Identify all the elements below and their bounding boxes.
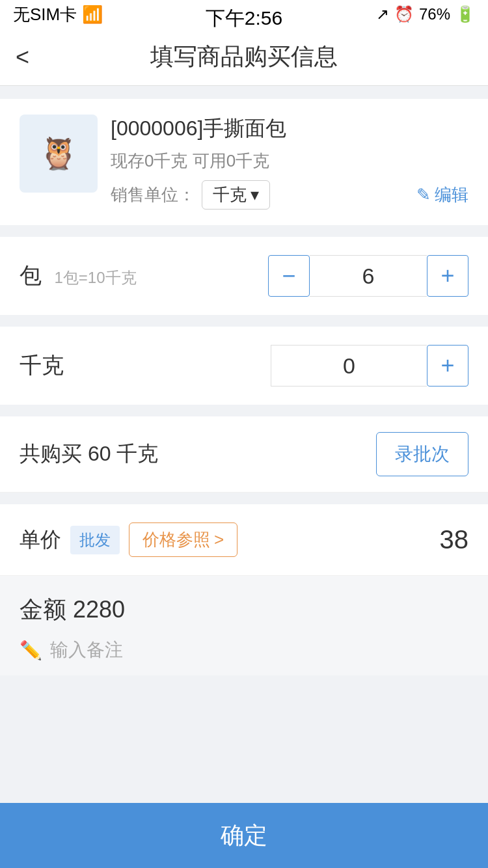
kg-input-section: 千克 +	[0, 327, 488, 405]
unit-label: 销售单位：	[111, 183, 195, 206]
bao-label-text: 包	[20, 263, 42, 288]
unit-select[interactable]: 千克 ▾	[202, 180, 270, 210]
nav-bar: < 填写商品购买信息	[0, 29, 488, 86]
total-section: 共购买 60 千克 录批次	[0, 416, 488, 493]
price-value: 38	[440, 525, 469, 554]
product-logo-icon: 🦉	[39, 135, 78, 172]
status-time: 下午2:56	[206, 5, 282, 32]
unit-chevron-icon: ▾	[251, 185, 259, 205]
bao-input-section: 包 1包=10千克 − +	[0, 237, 488, 315]
price-section: 单价 批发 价格参照 > 38	[0, 504, 488, 576]
status-right: ↗ ⏰ 76% 🔋	[376, 5, 475, 23]
note-placeholder: 输入备注	[50, 638, 123, 662]
edit-icon: ✎	[416, 185, 431, 205]
product-stock: 现存0千克 可用0千克	[111, 150, 468, 172]
battery-text: 76%	[419, 5, 450, 23]
confirm-button[interactable]: 确定	[0, 803, 488, 868]
amount-section: 金额 2280 ✏️ 输入备注	[0, 576, 488, 675]
bao-qty-input[interactable]	[310, 255, 427, 297]
total-text: 共购买 60 千克	[20, 440, 158, 468]
wifi-icon: 📶	[82, 5, 103, 25]
page-title: 填写商品购买信息	[150, 41, 338, 73]
batch-button[interactable]: 录批次	[376, 432, 468, 476]
price-ref-label: 价格参照	[142, 528, 210, 551]
product-section: 🦉 [0000006]手撕面包 现存0千克 可用0千克 销售单位： 千克 ▾ ✎…	[0, 99, 488, 225]
price-label: 单价	[20, 526, 61, 554]
kg-qty-input[interactable]	[271, 345, 427, 387]
bao-input-row: 包 1包=10千克 − +	[0, 237, 488, 315]
amount-label: 金额	[20, 596, 66, 623]
product-name: [0000006]手撕面包	[111, 115, 468, 143]
location-icon: ↗	[376, 5, 389, 23]
price-tag: 批发	[70, 526, 120, 554]
kg-plus-button[interactable]: +	[427, 345, 468, 387]
status-bar: 无SIM卡 📶 下午2:56 ↗ ⏰ 76% 🔋	[0, 0, 488, 29]
product-unit-row: 销售单位： 千克 ▾	[111, 180, 468, 210]
kg-input-row: 千克 +	[0, 327, 488, 405]
alarm-icon: ⏰	[394, 5, 414, 23]
kg-qty-control: +	[271, 345, 468, 387]
amount-number: 2280	[73, 596, 125, 623]
note-row[interactable]: ✏️ 输入备注	[20, 638, 468, 662]
bao-plus-button[interactable]: +	[427, 255, 468, 297]
unit-value: 千克	[213, 183, 247, 206]
product-image: 🦉	[20, 115, 98, 193]
carrier-text: 无SIM卡	[13, 3, 77, 26]
edit-button[interactable]: ✎ 编辑	[416, 183, 468, 206]
price-ref-chevron-icon: >	[214, 530, 224, 550]
bao-hint: 1包=10千克	[54, 269, 136, 286]
bao-label: 包 1包=10千克	[20, 261, 268, 291]
price-ref-button[interactable]: 价格参照 >	[129, 522, 237, 557]
battery-icon: 🔋	[455, 5, 475, 23]
status-left: 无SIM卡 📶	[13, 3, 103, 26]
pencil-icon: ✏️	[20, 640, 42, 661]
product-info: [0000006]手撕面包 现存0千克 可用0千克 销售单位： 千克 ▾	[111, 115, 468, 210]
kg-label: 千克	[20, 351, 271, 381]
back-button[interactable]: <	[16, 44, 29, 71]
bao-minus-button[interactable]: −	[268, 255, 310, 297]
bao-qty-control: − +	[268, 255, 468, 297]
amount-row: 金额 2280	[20, 594, 468, 626]
edit-label: 编辑	[435, 183, 468, 206]
